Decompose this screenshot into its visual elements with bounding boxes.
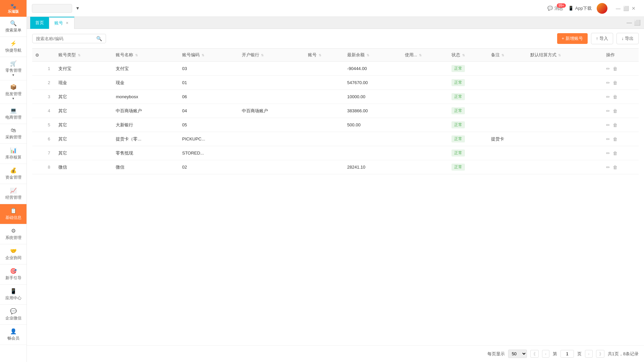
search-input[interactable] xyxy=(36,36,96,41)
sidebar-item-retail[interactable]: 🛒 零售管理 ▼ xyxy=(0,57,26,80)
tab-account[interactable]: 账号 ✕ xyxy=(49,17,74,29)
last-page-button[interactable]: ⟫ xyxy=(596,350,604,358)
tab-bar: 首页 账号 ✕ — ⬜ xyxy=(27,17,644,29)
sidebar-item-search-menu[interactable]: 🔍 搜索菜单 xyxy=(0,17,26,37)
edit-button-row-5[interactable]: ✏ xyxy=(606,122,610,128)
delete-button-row-8[interactable]: 🗑 xyxy=(613,165,618,170)
current-page-input[interactable] xyxy=(560,350,574,358)
sidebar-item-ecommerce[interactable]: 💻 电商管理 xyxy=(0,104,26,124)
sidebar-label-app-center: 应用中心 xyxy=(5,295,21,301)
app-download-icon: 📱 xyxy=(568,6,574,11)
app-download-button[interactable]: 📱 App下载 xyxy=(568,5,592,11)
first-page-button[interactable]: ⟪ xyxy=(530,350,539,358)
header-right: 💬 消息 99+ 📱 App下载 — ⬜ ✕ xyxy=(547,3,639,14)
cell-status: 正常 xyxy=(449,90,488,104)
header-search-input[interactable] xyxy=(32,4,72,13)
th-code[interactable]: 账号编码 ⇅ xyxy=(179,49,239,62)
delete-button-row-4[interactable]: 🗑 xyxy=(613,108,618,114)
edit-button-row-8[interactable]: ✏ xyxy=(606,165,610,170)
cell-num: 7 xyxy=(42,146,56,160)
cell-usage xyxy=(402,118,449,132)
sidebar-label-inventory: 库存核算 xyxy=(5,155,21,160)
cell-bank xyxy=(239,132,305,146)
total-label: 共1页，8条记录 xyxy=(608,351,639,357)
sidebar-item-wholesale[interactable]: 📦 批发管理 ▼ xyxy=(0,80,26,104)
table-container: ⚙ 账号类型 ⇅ 账号名称 ⇅ 账号编码 ⇅ 开户银行 ⇅ 账号 ⇅ 最新余额 … xyxy=(27,48,644,345)
cell-balance: 28241.10 xyxy=(344,160,402,174)
th-type[interactable]: 账号类型 ⇅ xyxy=(56,49,113,62)
operations-icon: 📈 xyxy=(10,187,17,194)
table-row: 3 其它 moneybosx 06 10000.00 正常 ✏ 🗑 xyxy=(32,90,639,104)
edit-button-row-2[interactable]: ✏ xyxy=(606,80,610,85)
delete-button-row-5[interactable]: 🗑 xyxy=(613,122,618,128)
cell-num: 3 xyxy=(42,90,56,104)
edit-button-row-4[interactable]: ✏ xyxy=(606,108,610,114)
th-usage[interactable]: 使用... ⇅ xyxy=(402,49,449,62)
th-bank[interactable]: 开户银行 ⇅ xyxy=(239,49,305,62)
close-window-button[interactable]: ✕ xyxy=(632,6,636,11)
search-menu-icon: 🔍 xyxy=(10,20,17,26)
cell-checkbox xyxy=(32,62,42,76)
next-page-button[interactable]: › xyxy=(585,350,592,358)
maximize-button[interactable]: ⬜ xyxy=(623,6,629,11)
sidebar-item-purchase[interactable]: 🛍 采购管理 xyxy=(0,124,26,144)
sidebar-label-ecommerce: 电商管理 xyxy=(5,115,21,120)
sidebar-label-basic-info: 基础信息 xyxy=(5,215,21,221)
cell-name: 支付宝 xyxy=(113,62,179,76)
delete-button-row-6[interactable]: 🗑 xyxy=(613,136,618,142)
import-button[interactable]: ↑ 导入 xyxy=(591,33,613,44)
sidebar-item-operations[interactable]: 📈 经营管理 xyxy=(0,184,26,204)
tab-area-maximize[interactable]: ⬜ xyxy=(634,19,641,26)
th-account-no[interactable]: 账号 ⇅ xyxy=(305,49,344,62)
export-button[interactable]: ↓ 导出 xyxy=(616,33,639,44)
tab-area-minimize[interactable]: — xyxy=(627,20,632,26)
edit-button-row-7[interactable]: ✏ xyxy=(606,150,610,156)
prev-page-button[interactable]: ‹ xyxy=(542,350,549,358)
delete-button-row-1[interactable]: 🗑 xyxy=(613,66,618,71)
tab-account-label: 账号 xyxy=(54,20,63,26)
edit-button-row-6[interactable]: ✏ xyxy=(606,136,610,142)
minimize-button[interactable]: — xyxy=(616,6,621,11)
message-button[interactable]: 💬 消息 99+ xyxy=(547,5,563,11)
sidebar-item-app-center[interactable]: 📱 应用中心 xyxy=(0,285,26,305)
add-account-button[interactable]: + 新增账号 xyxy=(557,33,588,44)
th-status[interactable]: 状态 ⇅ xyxy=(449,49,488,62)
edit-button-row-3[interactable]: ✏ xyxy=(606,94,610,100)
th-default-settlement[interactable]: 默认结算方式 ⇅ xyxy=(528,49,603,62)
sidebar-item-shortcut[interactable]: ⚡ 快捷导航 xyxy=(0,37,26,57)
window-controls: — ⬜ ✕ xyxy=(612,6,639,11)
tab-account-close[interactable]: ✕ xyxy=(65,21,69,25)
cell-status: 正常 xyxy=(449,160,488,174)
th-settings[interactable]: ⚙ xyxy=(32,49,42,62)
cell-bank xyxy=(239,76,305,90)
sidebar-item-finance[interactable]: 💰 资金管理 xyxy=(0,164,26,184)
th-remark[interactable]: 备注 ⇅ xyxy=(488,49,528,62)
cell-default-settlement xyxy=(528,90,603,104)
cell-default-settlement xyxy=(528,146,603,160)
th-balance[interactable]: 最新余额 ⇅ xyxy=(344,49,402,62)
sidebar-item-newbie[interactable]: 🎯 新手引导 xyxy=(0,264,26,285)
sidebar-item-enterprise-wechat[interactable]: 💬 企业微信 xyxy=(0,305,26,325)
edit-button-row-1[interactable]: ✏ xyxy=(606,66,610,71)
sidebar-item-enterprise-agreement[interactable]: 🤝 企业协同 xyxy=(0,244,26,264)
enterprise-wechat-icon: 💬 xyxy=(10,308,17,314)
tab-home[interactable]: 首页 xyxy=(30,17,49,29)
sidebar-label-newbie: 新手引导 xyxy=(5,275,21,281)
th-name[interactable]: 账号名称 ⇅ xyxy=(113,49,179,62)
sidebar-item-basic-info[interactable]: 📋 基础信息 xyxy=(0,204,26,224)
page-suffix: 页 xyxy=(577,351,582,357)
search-icon[interactable]: 🔍 xyxy=(96,36,102,41)
delete-button-row-2[interactable]: 🗑 xyxy=(613,80,618,85)
cell-num: 6 xyxy=(42,132,56,146)
sidebar-item-system[interactable]: ⚙ 系统管理 xyxy=(0,224,26,244)
avatar[interactable] xyxy=(597,3,607,14)
sidebar-item-inventory[interactable]: 📊 库存核算 xyxy=(0,144,26,164)
delete-button-row-3[interactable]: 🗑 xyxy=(613,94,618,100)
app-center-icon: 📱 xyxy=(10,288,17,294)
header-dropdown[interactable]: ▼ xyxy=(75,6,80,11)
cell-remark xyxy=(488,146,528,160)
cell-status: 正常 xyxy=(449,118,488,132)
page-size-select[interactable]: 50 10 20 100 xyxy=(508,350,527,358)
delete-button-row-7[interactable]: 🗑 xyxy=(613,150,618,156)
sidebar-item-member[interactable]: 👤 畅会员 xyxy=(0,325,26,345)
